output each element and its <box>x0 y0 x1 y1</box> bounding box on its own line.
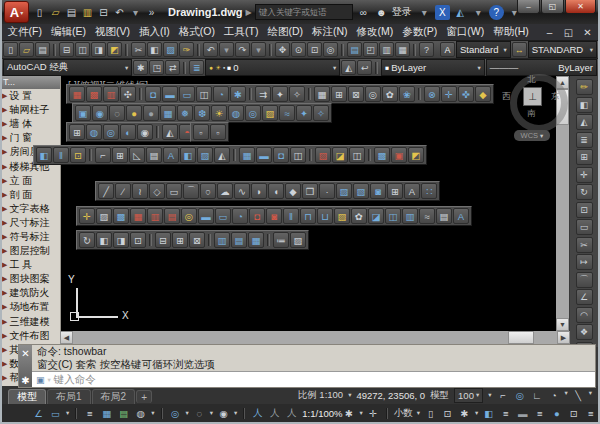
status-lines-a-icon[interactable]: ≡ <box>499 407 512 420</box>
dropdown-caret-icon[interactable]: ▾ <box>417 5 432 20</box>
tool-icon[interactable]: ⊞ <box>172 232 188 248</box>
menu-item[interactable]: 参数(P) <box>398 24 442 40</box>
sidebar-item[interactable]: ▶三维建模 <box>0 315 60 329</box>
tool-icon[interactable]: ▨ <box>262 105 278 121</box>
point-style-icon[interactable]: ∷ <box>421 183 437 199</box>
tool-icon[interactable]: ◘ <box>273 147 289 163</box>
layer-color-chip-icon[interactable]: ■ <box>227 64 231 71</box>
tool-icon[interactable]: ⌐ <box>95 147 111 163</box>
menu-item[interactable]: 文件(F) <box>3 24 46 40</box>
array-icon[interactable]: ⊞ <box>576 149 593 165</box>
tool-icon[interactable]: ▬ <box>162 86 178 102</box>
quick-view-icon[interactable]: ◔ <box>547 389 560 402</box>
mirror-icon[interactable]: ◭ <box>576 114 593 130</box>
maximize-button[interactable]: ◱ <box>541 0 564 14</box>
point-icon[interactable]: · <box>319 183 335 199</box>
help-icon[interactable]: ? <box>489 5 504 20</box>
tool-icon[interactable]: ◘ <box>145 86 161 102</box>
menu-item[interactable]: 修改(M) <box>352 24 398 40</box>
tool-icon[interactable]: ▤ <box>146 147 162 163</box>
mdi-restore-icon[interactable]: ◱ <box>561 25 576 40</box>
tool-icon[interactable]: ❅ <box>177 105 193 121</box>
layer-select[interactable]: ●☀▪■ 0 ▾ <box>205 59 340 76</box>
zoom-realtime-icon[interactable]: ⊙ <box>291 42 306 57</box>
wcs-menu[interactable]: WCS ▾ <box>514 130 550 141</box>
tool-icon[interactable]: ▦ <box>239 147 255 163</box>
layer-lock-icon[interactable]: ▪ <box>223 64 225 71</box>
break-icon[interactable]: ⌒ <box>576 272 593 288</box>
tool-icon[interactable]: ▥ <box>147 208 163 224</box>
tool-icon[interactable]: ▦ <box>160 105 176 121</box>
circle-icon[interactable]: ○ <box>200 183 216 199</box>
fillet-icon[interactable]: ◠ <box>576 307 593 323</box>
tool-icon[interactable]: ▤ <box>231 232 247 248</box>
customize-wrench-icon[interactable]: ✱ <box>18 374 33 388</box>
tool-icon[interactable]: ◭ <box>214 147 230 163</box>
help-icon[interactable]: ? <box>419 42 434 57</box>
ortho-mode-icon[interactable]: ≡ <box>83 407 96 420</box>
dropdown-caret-icon[interactable]: ▾ <box>359 409 362 417</box>
annotation-scale-icon-icon[interactable]: 人 <box>285 407 298 420</box>
user-avatar-icon[interactable]: ☻ <box>374 5 389 20</box>
tray-icon[interactable]: ▯ <box>424 407 437 420</box>
text-style-select[interactable]: Standard ▾ <box>456 41 511 58</box>
precision-dropdown[interactable]: 小数 <box>394 407 413 420</box>
auto-annotation-scale-icon[interactable]: 人 <box>268 407 281 420</box>
revision-cloud-icon[interactable]: ☁ <box>217 183 233 199</box>
paste-icon[interactable]: ▨ <box>163 42 178 57</box>
object-snap-icon[interactable]: ◎ <box>169 407 182 420</box>
tab-模型[interactable]: 模型 <box>8 389 46 404</box>
tool-icon[interactable]: ⊠ <box>189 232 205 248</box>
extend-icon[interactable]: ↦ <box>576 254 593 270</box>
a360-connect-icon[interactable]: ◭ <box>453 5 468 20</box>
online-status-icon[interactable]: ● <box>550 407 563 420</box>
tab-布局2[interactable]: 布局2 <box>92 389 136 404</box>
tool-icon[interactable]: ‖ <box>53 147 69 163</box>
make-block-icon[interactable]: ❒ <box>302 183 318 199</box>
tool-icon[interactable]: ⊠ <box>348 86 364 102</box>
sphere-view-icon[interactable]: ◍ <box>86 124 102 140</box>
insert-block-icon[interactable]: ◆ <box>285 183 301 199</box>
tool-icon[interactable]: ❆ <box>194 105 210 121</box>
dropdown-caret-icon[interactable]: ▾ <box>471 5 486 20</box>
tool-icon[interactable]: ▩ <box>86 86 102 102</box>
region-icon[interactable]: ◙ <box>370 183 386 199</box>
dropdown-caret-icon[interactable]: ▾ <box>564 389 567 402</box>
sheet-set-manager-icon[interactable]: ▦ <box>395 42 410 57</box>
redo-icon[interactable]: ↷ <box>235 42 250 57</box>
scroll-right-button[interactable]: ▶ <box>557 331 570 344</box>
tool-icon[interactable]: ≔ <box>273 232 289 248</box>
tool-icon[interactable]: ▩ <box>374 147 390 163</box>
bylayer-linetype-sample[interactable]: ——— <box>490 62 519 73</box>
spline-icon[interactable]: ∿ <box>234 183 250 199</box>
scroll-left-button[interactable]: ◀ <box>60 331 73 344</box>
tool-icon[interactable]: ≈ <box>419 208 435 224</box>
workspace-settings-icon[interactable]: ✱ <box>133 60 148 75</box>
tool-icon[interactable]: ▭ <box>179 86 195 102</box>
tool-icon[interactable]: ✿ <box>351 208 367 224</box>
tool-icon[interactable]: ✱ <box>230 86 246 102</box>
sidebar-item[interactable]: ▶剖 面 <box>0 188 60 202</box>
close-command-window-icon[interactable]: ✕ <box>18 347 33 361</box>
tool-icon[interactable]: ▩ <box>113 208 129 224</box>
tool-icon[interactable]: ▬ <box>198 208 214 224</box>
dim-style-select[interactable]: STANDARD ▾ <box>528 41 597 58</box>
cut-icon[interactable]: ✂ <box>131 42 146 57</box>
tool-icon[interactable]: ▦ <box>314 86 330 102</box>
sidebar-item[interactable]: ▶文字表格 <box>0 202 60 216</box>
tool-icon[interactable]: ◌ <box>109 105 125 121</box>
tool-icon[interactable]: ◐ <box>120 124 136 140</box>
undo-icon[interactable]: ↶ <box>203 42 218 57</box>
infer-constraints-icon[interactable]: ∠ <box>32 407 45 420</box>
menu-item[interactable]: 帮助(H) <box>489 24 534 40</box>
tool-icon[interactable]: ◎ <box>365 86 381 102</box>
explode-icon[interactable]: ❖ <box>576 324 593 340</box>
chevron-down-icon[interactable]: ▾ <box>488 391 491 399</box>
add-status-item-icon[interactable]: ✛ <box>367 407 380 420</box>
tool-icon[interactable]: ◔ <box>213 86 229 102</box>
copy-clip-icon[interactable]: ◧ <box>147 42 162 57</box>
tool-icon[interactable]: ⊗ <box>424 86 440 102</box>
viewcube-west[interactable]: 西 <box>502 91 511 103</box>
save-as-icon[interactable]: ▥ <box>80 5 95 20</box>
table-icon[interactable]: ⊞ <box>387 183 403 199</box>
